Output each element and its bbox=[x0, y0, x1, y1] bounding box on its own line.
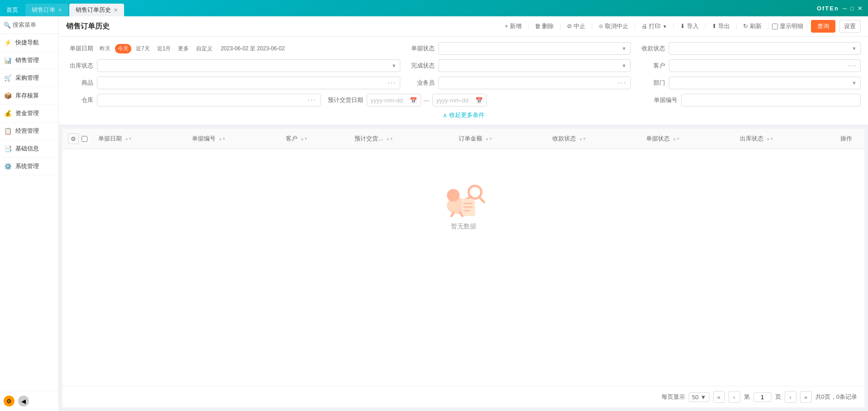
new-button[interactable]: + 新增 bbox=[502, 20, 524, 32]
sort-customer: ▲▼ bbox=[301, 137, 308, 141]
salesperson-label: 业务员 bbox=[408, 79, 435, 87]
sort-bill-date: ▲▼ bbox=[125, 137, 132, 141]
next-page-btn[interactable]: › bbox=[785, 391, 796, 403]
page-suffix: 页 bbox=[775, 393, 781, 401]
collapse-label: 收起更多条件 bbox=[449, 111, 484, 119]
stop-button[interactable]: ⊘ 中止 bbox=[564, 20, 588, 32]
tab-sales-order-history[interactable]: 销售订单历史 ✕ bbox=[69, 4, 124, 16]
bill-status-select[interactable]: ▼ bbox=[438, 42, 630, 55]
sidebar-item-sales-mgmt[interactable]: 📊 销售管理 bbox=[0, 52, 58, 69]
bill-date-label: 单据日期 bbox=[66, 44, 93, 53]
top-bar: 首页 销售订单 ✕ 销售订单历史 ✕ OfTEn ─ □ ✕ bbox=[0, 0, 868, 16]
tabs-area: 首页 销售订单 ✕ 销售订单历史 ✕ bbox=[0, 0, 125, 16]
date-custom[interactable]: 自定义 bbox=[193, 44, 215, 53]
sort-bill-number: ▲▼ bbox=[219, 137, 226, 141]
prev-page-btn[interactable]: ‹ bbox=[729, 391, 740, 403]
purchase-mgmt-icon: 🛒 bbox=[4, 74, 12, 82]
date-today[interactable]: 今天 bbox=[115, 44, 131, 53]
bill-number-input[interactable] bbox=[681, 94, 861, 106]
tab-home[interactable]: 首页 bbox=[0, 4, 24, 16]
table-header-row: ⚙ 单据日期 ▲▼ 单据编号 ▲▼ bbox=[62, 129, 864, 149]
goods-label: 商品 bbox=[66, 79, 93, 87]
department-select[interactable]: ▼ bbox=[669, 77, 861, 89]
window-minimize[interactable]: ─ bbox=[843, 5, 847, 12]
window-close[interactable]: ✕ bbox=[858, 5, 863, 12]
first-page-btn[interactable]: « bbox=[713, 391, 725, 403]
sidebar-item-purchase-mgmt[interactable]: 🛒 采购管理 bbox=[0, 69, 58, 87]
date-more[interactable]: 更多 bbox=[175, 44, 192, 53]
print-button[interactable]: 🖨 打印 ▼ bbox=[639, 20, 670, 32]
select-all-checkbox[interactable] bbox=[82, 136, 87, 142]
th-bill-date-label: 单据日期 bbox=[98, 135, 122, 142]
date-7days[interactable]: 近7天 bbox=[133, 44, 153, 53]
expected-delivery-to-placeholder: yyyy-mm-dd bbox=[436, 97, 469, 104]
th-bill-number[interactable]: 单据编号 ▲▼ bbox=[187, 129, 280, 149]
svg-point-1 bbox=[447, 189, 460, 202]
delete-button[interactable]: 🗑 删除 bbox=[532, 20, 557, 32]
show-detail-checkbox[interactable]: 显示明细 bbox=[772, 22, 803, 30]
tab-sales-order-history-label: 销售订单历史 bbox=[76, 6, 111, 14]
page-size-select[interactable]: 50 ▼ bbox=[689, 392, 709, 402]
customer-input[interactable]: ··· bbox=[669, 59, 861, 72]
tab-sales-order[interactable]: 销售订单 ✕ bbox=[25, 4, 68, 16]
collapse-up-icon: ∧ bbox=[443, 112, 447, 119]
sidebar-item-quick-nav[interactable]: ⚡ 快捷导航 bbox=[0, 34, 58, 52]
th-delivery-status[interactable]: 出库状态 ▲▼ bbox=[734, 129, 828, 149]
sidebar-bottom: ⚙ ◀ bbox=[0, 391, 58, 411]
calendar-from-icon: 📅 bbox=[410, 97, 417, 104]
sidebar-collapse-btn[interactable]: ◀ bbox=[18, 396, 29, 406]
goods-input[interactable]: ··· bbox=[97, 77, 400, 89]
th-order-amount[interactable]: 订单金额 ▲▼ bbox=[453, 129, 547, 149]
sidebar-item-operations[interactable]: 📋 经营管理 bbox=[0, 122, 58, 140]
sidebar-item-search-menu[interactable]: 🔍 搜索菜单 bbox=[0, 16, 58, 34]
first-page-icon: « bbox=[717, 394, 720, 401]
refresh-button[interactable]: ↻ 刷新 bbox=[740, 20, 764, 32]
th-customer[interactable]: 客户 ▲▼ bbox=[280, 129, 349, 149]
last-page-icon: » bbox=[804, 394, 807, 401]
sidebar-settings-btn[interactable]: ⚙ bbox=[4, 396, 14, 406]
payment-status-label: 收款状态 bbox=[638, 44, 665, 53]
toolbar-divider-1 bbox=[528, 23, 528, 29]
payment-status-select[interactable]: ▼ bbox=[669, 42, 861, 55]
th-expected-delivery[interactable]: 预计交货... ▲▼ bbox=[349, 129, 453, 149]
show-detail-label: 显示明细 bbox=[780, 22, 803, 30]
salesperson-input[interactable]: ··· bbox=[438, 77, 630, 89]
th-payment-status-label: 收款状态 bbox=[552, 135, 576, 142]
date-1month[interactable]: 近1月 bbox=[154, 44, 174, 53]
window-maximize[interactable]: □ bbox=[850, 5, 854, 12]
last-page-btn[interactable]: » bbox=[800, 391, 812, 403]
query-button[interactable]: 查询 bbox=[811, 20, 835, 33]
collapse-button[interactable]: ∧ 收起更多条件 bbox=[66, 111, 861, 119]
export-button[interactable]: ⬆ 导出 bbox=[709, 20, 733, 32]
tab-sales-order-history-close[interactable]: ✕ bbox=[114, 7, 118, 13]
expected-delivery-from[interactable]: yyyy-mm-dd 📅 bbox=[367, 94, 421, 106]
sidebar-item-system-mgmt[interactable]: ⚙️ 系统管理 bbox=[0, 158, 58, 175]
warehouse-input[interactable]: ··· bbox=[97, 94, 321, 106]
import-button[interactable]: ⬇ 导入 bbox=[677, 20, 701, 32]
th-payment-status[interactable]: 收款状态 ▲▼ bbox=[547, 129, 641, 149]
expected-delivery-to[interactable]: yyyy-mm-dd 📅 bbox=[432, 94, 487, 106]
sidebar-item-finance[interactable]: 💰 资金管理 bbox=[0, 105, 58, 122]
table-settings-icon[interactable]: ⚙ bbox=[68, 133, 79, 144]
sales-mgmt-icon: 📊 bbox=[4, 56, 12, 64]
tab-sales-order-close[interactable]: ✕ bbox=[58, 7, 62, 13]
completion-status-select[interactable]: ▼ bbox=[438, 59, 630, 72]
department-label: 部门 bbox=[638, 79, 665, 87]
filter-delivery-status: 出库状态 ▼ bbox=[66, 59, 400, 72]
th-bill-status[interactable]: 单据状态 ▲▼ bbox=[641, 129, 734, 149]
salesperson-dots: ··· bbox=[618, 79, 626, 87]
settings-button[interactable]: 设置 bbox=[839, 20, 861, 33]
sort-order-amount: ▲▼ bbox=[485, 137, 493, 141]
sort-expected-delivery: ▲▼ bbox=[386, 137, 393, 141]
delivery-status-select[interactable]: ▼ bbox=[97, 59, 400, 72]
main-layout: 🔍 搜索菜单 ⚡ 快捷导航 📊 销售管理 🛒 采购管理 📦 库存核算 💰 资金管… bbox=[0, 16, 868, 411]
show-detail-input[interactable] bbox=[772, 24, 778, 29]
cancel-stop-button[interactable]: ⊙ 取消中止 bbox=[596, 20, 631, 32]
th-bill-date[interactable]: 单据日期 ▲▼ bbox=[93, 129, 187, 149]
filter-row-3: 商品 ··· 业务员 ··· 部门 ▼ bbox=[66, 77, 861, 89]
page-number-input[interactable] bbox=[753, 392, 772, 402]
payment-status-arrow: ▼ bbox=[852, 46, 857, 51]
sidebar-item-basic-info[interactable]: 📑 基础信息 bbox=[0, 140, 58, 158]
date-yesterday[interactable]: 昨天 bbox=[97, 44, 113, 53]
sidebar-item-inventory[interactable]: 📦 库存核算 bbox=[0, 87, 58, 105]
